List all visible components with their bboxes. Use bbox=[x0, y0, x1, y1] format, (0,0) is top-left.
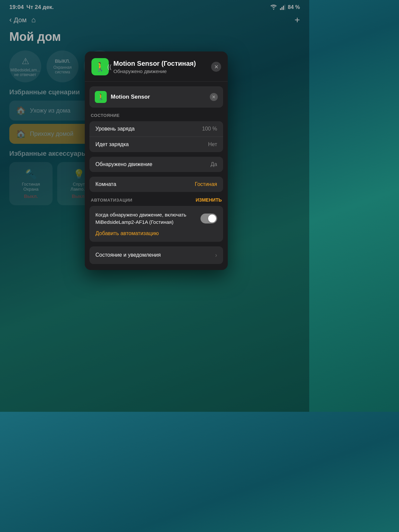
sensor-remove-button[interactable]: ✕ bbox=[210, 93, 218, 101]
modal-panel: 🚶 (( Motion Sensor (Гостиная) Обнаружено… bbox=[85, 51, 228, 270]
auto-header: АВТОМАТИЗАЦИИ ИЗМЕНИТЬ bbox=[89, 197, 223, 203]
modal-subtitle: Обнаружено движение bbox=[113, 68, 206, 74]
automations-section: АВТОМАТИЗАЦИИ ИЗМЕНИТЬ Когда обнаружено … bbox=[89, 197, 223, 242]
modal-body: 🚶 Motion Sensor ✕ СОСТОЯНИЕ Уровень заря… bbox=[85, 86, 228, 264]
status-card: Уровень заряда 100 % Идет зарядка Нет bbox=[89, 121, 223, 152]
battery-value: 100 % bbox=[202, 126, 217, 132]
sensor-name-row: 🚶 Motion Sensor ✕ bbox=[89, 86, 223, 108]
room-card: Комната Гостиная bbox=[89, 177, 223, 192]
status-row-battery: Уровень заряда 100 % bbox=[89, 121, 223, 136]
auto-item-1: Когда обнаружено движение, включать MiBe… bbox=[95, 211, 217, 226]
auto-section-label: АВТОМАТИЗАЦИИ bbox=[91, 198, 132, 203]
sensor-icon-small: 🚶 bbox=[95, 91, 107, 103]
modal-header: 🚶 (( Motion Sensor (Гостиная) Обнаружено… bbox=[85, 51, 228, 82]
auto-card: Когда обнаружено движение, включать MiBe… bbox=[89, 206, 223, 242]
automation-toggle[interactable] bbox=[200, 214, 217, 223]
notif-label: Состояние и уведомления bbox=[95, 252, 161, 258]
notif-chevron-icon: › bbox=[215, 252, 217, 259]
modal-sensor-icon: 🚶 (( bbox=[91, 58, 109, 75]
toggle-knob bbox=[208, 215, 216, 222]
notifications-section: Состояние и уведомления › bbox=[89, 246, 223, 264]
room-value: Гостиная bbox=[195, 181, 217, 187]
auto-edit-button[interactable]: ИЗМЕНИТЬ bbox=[196, 197, 222, 203]
auto-item-text: Когда обнаружено движение, включать MiBe… bbox=[95, 211, 197, 226]
sensor-walking-icon: 🚶 bbox=[97, 93, 104, 101]
charging-label: Идет зарядка bbox=[95, 141, 129, 147]
room-section: Комната Гостиная bbox=[89, 177, 223, 192]
modal-close-button[interactable]: ✕ bbox=[211, 62, 221, 72]
battery-label: Уровень заряда bbox=[95, 126, 135, 132]
motion-label: Обнаружено движение bbox=[95, 161, 152, 167]
modal-title: Motion Sensor (Гостиная) bbox=[113, 60, 206, 67]
add-automation-button[interactable]: Добавить автоматизацию bbox=[95, 230, 217, 236]
motion-section: Обнаружено движение Да bbox=[89, 157, 223, 172]
notif-card[interactable]: Состояние и уведомления › bbox=[89, 246, 223, 264]
motion-card: Обнаружено движение Да bbox=[89, 157, 223, 172]
modal-title-group: Motion Sensor (Гостиная) Обнаружено движ… bbox=[113, 60, 206, 74]
status-section-label: СОСТОЯНИЕ bbox=[89, 113, 223, 118]
walking-icon: 🚶 bbox=[95, 62, 105, 72]
status-section: СОСТОЯНИЕ Уровень заряда 100 % Идет заря… bbox=[89, 113, 223, 152]
charging-value: Нет bbox=[208, 141, 217, 147]
motion-value: Да bbox=[210, 161, 217, 167]
status-row-charging: Идет зарядка Нет bbox=[89, 136, 223, 152]
motion-wave-icon: (( bbox=[107, 63, 111, 70]
sensor-name-text: Motion Sensor bbox=[111, 94, 206, 100]
room-label: Комната bbox=[95, 181, 116, 187]
